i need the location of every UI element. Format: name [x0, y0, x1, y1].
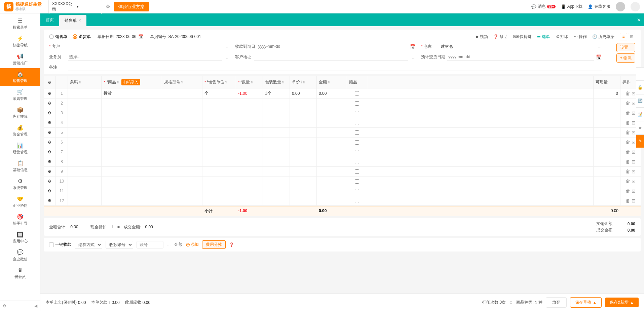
- collection-date-input[interactable]: [257, 43, 408, 50]
- copy-icon-8[interactable]: ⊡: [632, 159, 636, 164]
- one-click-payment[interactable]: 一键收款: [49, 242, 71, 247]
- save-new-button[interactable]: 保存&新增 ▲: [605, 298, 639, 307]
- toolbar-history-btn[interactable]: 🕐 历史单据: [591, 33, 616, 40]
- copy-icon-9[interactable]: ⊡: [632, 169, 636, 174]
- gift-checkbox-6[interactable]: [355, 140, 359, 145]
- rf-item-4[interactable]: 📝: [636, 108, 644, 121]
- sidebar-item-app-center[interactable]: 🔲 应用中心: [0, 229, 40, 246]
- tab-close-icon[interactable]: ×: [79, 18, 81, 23]
- gift-checkbox-9[interactable]: [355, 169, 359, 174]
- expected-date-input[interactable]: [447, 53, 594, 61]
- radio-sales-order[interactable]: 销售单: [49, 34, 67, 40]
- copy-icon-11[interactable]: ⊡: [632, 188, 636, 194]
- sort-qty-icon[interactable]: ⇅: [251, 81, 253, 84]
- warehouse-input[interactable]: [440, 43, 594, 50]
- delete-icon-8[interactable]: 🗑: [626, 159, 630, 164]
- sort-barcode-icon[interactable]: ⇅: [79, 81, 81, 84]
- salesperson-input[interactable]: [68, 53, 222, 61]
- copy-icon-2[interactable]: ⊡: [632, 101, 636, 106]
- customer-dots-icon[interactable]: …: [226, 44, 230, 49]
- sort-price-icon[interactable]: ⇅: [303, 81, 305, 84]
- grid-view-icon[interactable]: ⊞: [628, 33, 635, 40]
- logistics-button[interactable]: + 物流: [616, 53, 635, 63]
- delete-icon-10[interactable]: 🗑: [626, 179, 630, 184]
- td-settings-2[interactable]: ⚙: [44, 99, 56, 108]
- td-barcode-2[interactable]: [68, 99, 102, 108]
- delete-icon-5[interactable]: 🗑: [626, 130, 630, 135]
- gift-checkbox-3[interactable]: [355, 111, 359, 115]
- discount-info-icon[interactable]: ℹ: [112, 225, 113, 229]
- td-gift-1[interactable]: [347, 88, 367, 98]
- sidebar-item-purchase[interactable]: 🛒 采购管理: [0, 86, 40, 104]
- calc-method-select[interactable]: 结算方式: [75, 241, 102, 249]
- save-draft-button[interactable]: 保存草稿 ▲: [570, 297, 602, 308]
- toolbar-print-btn[interactable]: 🖨 打印: [554, 33, 570, 40]
- gift-checkbox-4[interactable]: [355, 121, 359, 125]
- account-select[interactable]: 收款账号: [106, 241, 133, 249]
- td-price-1[interactable]: 0.00: [290, 88, 317, 98]
- rf-item-6[interactable]: ✎: [636, 134, 644, 148]
- toolbar-help-btn[interactable]: ❓ 帮助: [492, 33, 509, 40]
- delete-icon-2[interactable]: 🗑: [626, 101, 630, 106]
- delete-icon-4[interactable]: 🗑: [626, 120, 630, 125]
- sidebar-gear-icon[interactable]: ⚙: [3, 304, 6, 308]
- price-info-icon[interactable]: ℹ: [301, 80, 302, 84]
- toolbar-video-btn[interactable]: ▶ 视频: [475, 33, 489, 40]
- gift-checkbox-12[interactable]: [355, 199, 359, 203]
- copy-icon-4[interactable]: ⊡: [632, 120, 636, 125]
- td-unit-2[interactable]: [202, 99, 236, 108]
- th-settings[interactable]: ⚙: [44, 76, 56, 88]
- tab-home[interactable]: 首页: [40, 13, 59, 26]
- warehouse-dots-icon[interactable]: …: [598, 44, 602, 49]
- copy-icon-5[interactable]: ⊡: [632, 130, 636, 135]
- gift-checkbox-10[interactable]: [355, 179, 359, 184]
- delete-icon-3[interactable]: 🗑: [626, 110, 630, 116]
- customer-input[interactable]: [68, 43, 222, 50]
- company-selector[interactable]: XXXXXX公司 ▼: [48, 0, 102, 14]
- td-spec-2[interactable]: [162, 99, 202, 108]
- sort-amount-icon[interactable]: ⇅: [328, 81, 330, 84]
- td-spec-1[interactable]: [162, 88, 202, 98]
- copy-icon-1[interactable]: ⊡: [632, 91, 636, 96]
- scan-btn[interactable]: 扫码录入: [121, 79, 140, 85]
- copy-icon-6[interactable]: ⊡: [632, 140, 636, 145]
- td-pack-2[interactable]: [263, 99, 290, 108]
- message-btn[interactable]: 💬 消息 99+: [531, 4, 556, 9]
- sidebar-item-inventory[interactable]: 📦 库存核算: [0, 104, 40, 122]
- copy-icon-10[interactable]: ⊡: [632, 179, 636, 184]
- gift-checkbox-8[interactable]: [355, 160, 359, 164]
- settings-button[interactable]: 设置: [616, 43, 635, 52]
- td-price-2[interactable]: [290, 99, 317, 108]
- td-gift-2[interactable]: [347, 99, 367, 108]
- avatar[interactable]: [616, 2, 625, 11]
- discard-button[interactable]: 放弃: [546, 297, 567, 308]
- close-all-icon[interactable]: ×: [637, 16, 641, 24]
- add-payment-button[interactable]: ⊕ 添加: [186, 241, 199, 248]
- addr-dots-icon[interactable]: …: [412, 55, 416, 60]
- sidebar-item-quick-nav[interactable]: ⚡ 快捷导航: [0, 33, 40, 50]
- rf-item-5[interactable]: ★: [636, 121, 644, 134]
- delete-icon-9[interactable]: 🗑: [626, 169, 630, 174]
- sort-pack-icon[interactable]: ⇅: [282, 81, 285, 84]
- account-input[interactable]: [137, 241, 163, 248]
- sidebar-item-vip[interactable]: ♛ 畅会员: [0, 264, 40, 282]
- toolbar-shortcut-btn[interactable]: ⌨ 快捷键: [512, 33, 533, 40]
- delete-icon-11[interactable]: 🗑: [626, 188, 630, 194]
- try-solution-button[interactable]: 体验行业方案: [114, 2, 149, 11]
- sidebar-item-sales[interactable]: 🏠 销售管理: [0, 68, 40, 86]
- amount-dots-icon[interactable]: …: [167, 242, 171, 247]
- gift-checkbox-5[interactable]: [355, 130, 359, 135]
- rf-item-3[interactable]: 🔄: [636, 94, 644, 108]
- toolbar-select-btn[interactable]: ☰ 选单: [536, 33, 551, 40]
- td-qty-1[interactable]: -1.00: [236, 88, 263, 98]
- list-view-icon[interactable]: ≡: [620, 33, 627, 40]
- print-settings-icon[interactable]: ⚙: [509, 300, 513, 305]
- sidebar-item-search[interactable]: ☰ 搜索菜单: [0, 15, 40, 33]
- settings-icon[interactable]: ⚙: [106, 3, 110, 10]
- gift-checkbox-7[interactable]: [355, 150, 359, 154]
- salesperson-dots-icon[interactable]: …: [226, 55, 230, 60]
- delete-icon-12[interactable]: 🗑: [626, 198, 630, 203]
- td-settings-1[interactable]: ⚙: [44, 88, 56, 98]
- calendar-icon-3[interactable]: 📅: [596, 54, 602, 60]
- toolbar-ops-btn[interactable]: ⋯ 操作: [572, 33, 588, 40]
